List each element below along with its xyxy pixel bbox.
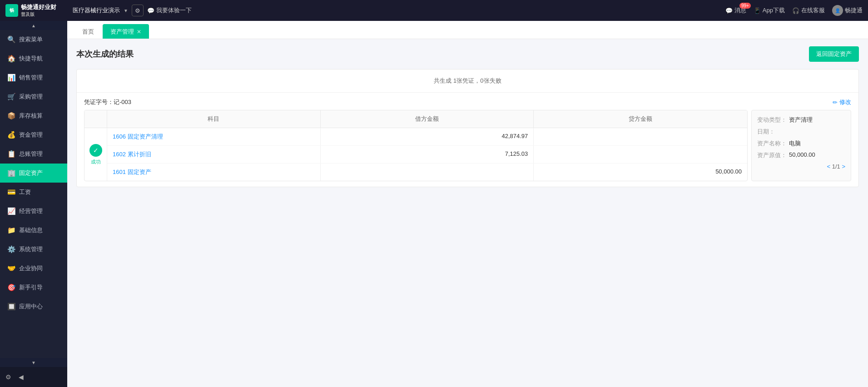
system-icon: ⚙️: [7, 245, 15, 253]
sidebar-item-operations[interactable]: 📈 经营管理: [0, 202, 67, 221]
operations-icon: 📈: [7, 207, 15, 215]
table-row: 1601 固定资产 50,000.00: [107, 164, 747, 181]
basic-info-icon: 📁: [7, 226, 15, 234]
sidebar-item-basic-info[interactable]: 📁 基础信息: [0, 221, 67, 240]
table-row: 1602 累计折旧 7,125.03: [107, 146, 747, 164]
voucher-table: 科目 借方金额 贷方金额 ✓: [84, 110, 748, 181]
sidebar-item-system[interactable]: ⚙️ 系统管理: [0, 240, 67, 259]
tab-asset-mgmt[interactable]: 资产管理 ✕: [103, 24, 149, 39]
sidebar: ▲ 🔍 搜索菜单 🏠 快捷导航 📊 销售管理 🛒 采购管理 📦 库存核算: [0, 21, 67, 387]
data-rows: 1606 固定资产清理 42,874.97 1602 累计折旧 7,125.03: [107, 128, 747, 181]
sidebar-item-fixed-assets[interactable]: 🏢 固定资产: [0, 164, 67, 183]
sidebar-scroll-down[interactable]: ▼: [0, 358, 67, 367]
credit-3: 50,000.00: [534, 164, 747, 181]
voucher-section: 凭证字号：记-003 ✏ 修改 科目: [77, 93, 858, 187]
user-avatar: 👤: [832, 5, 843, 16]
table-body: ✓ 成功 1606 固定资产清理 42,874.97: [84, 128, 747, 181]
voucher-header: 凭证字号：记-003 ✏ 修改: [84, 98, 851, 106]
sidebar-item-funds[interactable]: 💰 资金管理: [0, 125, 67, 144]
sidebar-collapse-btn[interactable]: ◀: [19, 373, 24, 381]
credit-2: [534, 146, 747, 163]
sidebar-item-purchase[interactable]: 🛒 采购管理: [0, 87, 67, 106]
search-icon: 🔍: [7, 35, 15, 44]
ledger-icon: 📋: [7, 150, 15, 158]
sidebar-item-sales[interactable]: 📊 销售管理: [0, 68, 67, 87]
messages-btn[interactable]: 💬 消息 99+: [725, 6, 746, 15]
trial-icon: 💬: [147, 7, 154, 14]
asset-name-row: 资产名称： 电脑: [757, 139, 845, 148]
tab-bar: 首页 资产管理 ✕: [67, 21, 868, 39]
topbar-settings-icon[interactable]: ⚙: [132, 5, 144, 16]
top-bar-right: 💬 消息 99+ 📱 App下载 🎧 在线客服 👤 畅捷通: [725, 5, 863, 16]
page-header: 本次生成的结果 返回固定资产: [76, 46, 859, 62]
voucher-table-wrapper: 科目 借方金额 贷方金额 ✓: [84, 110, 851, 181]
main-layout: ▲ 🔍 搜索菜单 🏠 快捷导航 📊 销售管理 🛒 采购管理 📦 库存核算: [0, 21, 868, 387]
sidebar-bottom: ⚙ ◀: [0, 367, 67, 387]
table-header: 科目 借方金额 贷方金额: [84, 110, 747, 128]
date-row: 日期：: [757, 128, 845, 136]
app-center-icon: 🔲: [7, 303, 15, 311]
voucher-number: 凭证字号：记-003: [84, 98, 131, 106]
account-3[interactable]: 1601 固定资产: [107, 164, 321, 181]
app-version: 普及版: [21, 11, 56, 18]
edit-icon: ✏: [833, 99, 838, 106]
funds-icon: 💰: [7, 131, 15, 139]
account-2[interactable]: 1602 累计折旧: [107, 146, 321, 163]
account-1[interactable]: 1606 固定资产清理: [107, 128, 321, 145]
status-col: ✓ 成功: [84, 128, 107, 181]
sidebar-scroll-up[interactable]: ▲: [0, 21, 67, 30]
sidebar-item-guide[interactable]: 🎯 新手引导: [0, 278, 67, 297]
edit-button[interactable]: ✏ 修改: [833, 98, 851, 106]
trial-link[interactable]: 💬 我要体验一下: [147, 6, 192, 15]
side-info-panel: 变动类型： 资产清理 日期： 资产名称： 电脑: [751, 110, 851, 181]
tab-close-btn[interactable]: ✕: [137, 29, 141, 35]
sidebar-item-search[interactable]: 🔍 搜索菜单: [0, 30, 67, 49]
download-icon: 📱: [754, 7, 761, 14]
page-content: 本次生成的结果 返回固定资产 共生成 1张凭证，0张失败 凭证字号：记-003 …: [67, 39, 868, 387]
col-credit: 贷方金额: [534, 110, 747, 128]
inventory-icon: 📦: [7, 112, 15, 120]
sidebar-item-app-center[interactable]: 🔲 应用中心: [0, 297, 67, 316]
result-summary: 共生成 1张凭证，0张失败: [77, 69, 858, 93]
sidebar-item-ledger[interactable]: 📋 总账管理: [0, 144, 67, 164]
company-name[interactable]: 医疗器械行业演示: [73, 6, 120, 15]
pagination: < 1/1 >: [757, 163, 845, 170]
user-profile-btn[interactable]: 👤 畅捷通: [832, 5, 863, 16]
messages-badge: 99+: [739, 3, 751, 9]
date-label: 日期：: [757, 128, 789, 136]
app-name: 畅捷通好业财: [21, 3, 56, 11]
guide-icon: 🎯: [7, 283, 15, 292]
online-service-btn[interactable]: 🎧 在线客服: [792, 6, 825, 15]
success-text: 成功: [91, 159, 101, 165]
row-group: ✓ 成功 1606 固定资产清理 42,874.97: [84, 128, 747, 181]
asset-name-value: 电脑: [789, 139, 801, 148]
sidebar-item-quicknav[interactable]: 🏠 快捷导航: [0, 49, 67, 68]
sidebar-settings-btn[interactable]: ⚙: [5, 373, 11, 381]
enterprise-icon: 🤝: [7, 264, 15, 273]
change-type-row: 变动类型： 资产清理: [757, 116, 845, 124]
credit-1: [534, 128, 747, 145]
debit-3: [321, 164, 534, 181]
next-page-btn[interactable]: >: [842, 163, 845, 170]
sidebar-item-payroll[interactable]: 💳 工资: [0, 183, 67, 202]
change-type-label: 变动类型：: [757, 116, 789, 124]
top-bar-center: 医疗器械行业演示 ▼ ⚙ 💬 我要体验一下: [73, 5, 725, 16]
company-dropdown-arrow[interactable]: ▼: [124, 8, 128, 13]
prev-page-btn[interactable]: <: [827, 163, 831, 170]
debit-2: 7,125.03: [321, 146, 534, 163]
service-icon: 🎧: [792, 7, 799, 14]
original-value-value: 50,000.00: [789, 151, 815, 159]
sidebar-item-inventory[interactable]: 📦 库存核算: [0, 106, 67, 125]
app-download-btn[interactable]: 📱 App下载: [754, 6, 785, 15]
return-button[interactable]: 返回固定资产: [809, 46, 859, 62]
sidebar-item-enterprise[interactable]: 🤝 企业协同: [0, 259, 67, 278]
fixed-assets-icon: 🏢: [7, 169, 15, 177]
tab-home[interactable]: 首页: [74, 24, 102, 39]
col-status: [84, 110, 107, 128]
col-account: 科目: [107, 110, 321, 128]
col-debit: 借方金额: [321, 110, 534, 128]
sales-icon: 📊: [7, 74, 15, 82]
purchase-icon: 🛒: [7, 93, 15, 101]
payroll-icon: 💳: [7, 188, 15, 196]
success-icon: ✓: [89, 144, 102, 157]
